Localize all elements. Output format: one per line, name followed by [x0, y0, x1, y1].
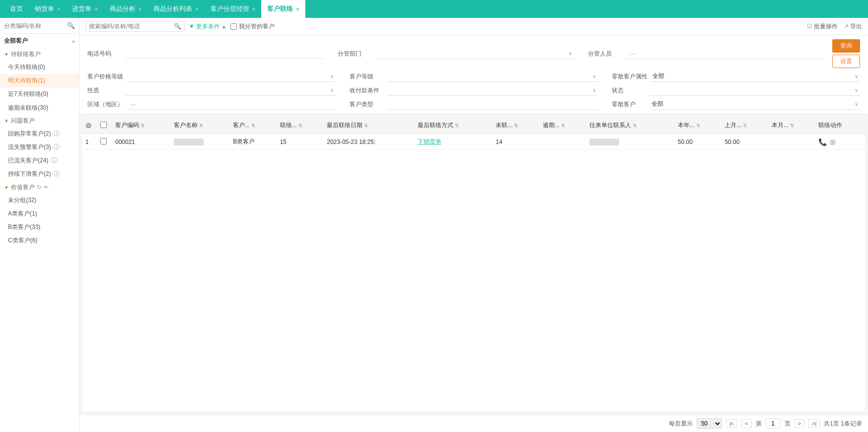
sidebar-item-churn-warning[interactable]: 流失预警客户(3) ⓘ	[0, 141, 79, 154]
th-last-month[interactable]: 上月...⇅	[722, 117, 769, 134]
info-icon: ⓘ	[54, 130, 60, 137]
filter-gender-select[interactable]: ∨	[125, 85, 336, 96]
info-icon: ⓘ	[54, 170, 60, 177]
last-contact-method-link[interactable]: 下销货单	[418, 138, 441, 145]
close-icon[interactable]: ×	[94, 6, 97, 12]
gear-icon[interactable]: ⚙	[85, 122, 92, 130]
page-input[interactable]	[766, 419, 781, 429]
nav-customer-segment[interactable]: 客户分层经营 ×	[205, 0, 261, 18]
more-icon[interactable]: ···	[130, 100, 136, 108]
filter-retail-customer: 零散客户 全部 ∨	[612, 99, 860, 110]
filter-phone: 电话号码	[87, 49, 324, 59]
customer-table: ⚙ 客户编码⇅ 客户名称⇅ 客户...⇅	[82, 117, 865, 150]
filter-customer-grade: 客户等级 ∨	[350, 71, 598, 82]
sidebar-item-7days-contact[interactable]: 近7天待联络(0)	[0, 87, 79, 101]
grid-action-icon[interactable]: ⊞	[830, 138, 836, 146]
filter-payment-select[interactable]: ∨	[387, 85, 598, 96]
phone-action-icon[interactable]: 📞	[818, 138, 827, 146]
sidebar-item-class-b[interactable]: B类客户(33)	[0, 220, 79, 234]
sidebar-all-customers[interactable]: 全部客户 «	[0, 34, 79, 48]
filter-phone-input[interactable]	[125, 49, 324, 59]
th-customer-code[interactable]: 客户编码⇅	[112, 117, 171, 134]
filter-retail-customer-select[interactable]: 全部 ∨	[650, 99, 860, 110]
query-button[interactable]: 查询	[832, 39, 860, 53]
th-last-contact-method[interactable]: 最后联络方式⇅	[415, 117, 493, 134]
filter-customer-value-select[interactable]: ∨	[126, 71, 336, 82]
select-all-checkbox[interactable]	[100, 122, 107, 128]
filter-status: 状态 ∨	[612, 85, 860, 96]
filter-retail-attr-select[interactable]: 全部 ∨	[651, 71, 860, 82]
close-icon[interactable]: ×	[252, 6, 255, 12]
more-filter-button[interactable]: ▼ 更多条件 ▲	[189, 22, 226, 31]
close-icon[interactable]: ×	[139, 6, 142, 12]
batch-op-button[interactable]: ☑ 批量操作	[807, 22, 838, 31]
th-settings: ⚙	[82, 117, 97, 134]
close-icon[interactable]: ×	[57, 6, 60, 12]
sidebar-item-class-c[interactable]: C类客户(6)	[0, 234, 79, 247]
chevron-down-icon: ∨	[592, 73, 596, 79]
th-last-contact-date[interactable]: 最后联络日期⇅	[324, 117, 415, 134]
chevron-up-icon: ▲	[221, 24, 226, 29]
th-contact-count[interactable]: 联络...⇅	[277, 117, 324, 134]
sidebar-item-today-contact[interactable]: 今天待联络(0)	[0, 61, 79, 74]
refresh-icon[interactable]: ↻	[37, 184, 42, 191]
search-input[interactable]	[89, 23, 174, 30]
edit-icon[interactable]: ✏	[44, 184, 49, 191]
chevron-down-icon: ∨	[330, 87, 334, 93]
sidebar-item-overdue-contact[interactable]: 逾期未联络(30)	[0, 101, 79, 115]
last-page-button[interactable]: >|	[808, 419, 820, 428]
nav-product-analysis-list[interactable]: 商品分析列表 ×	[147, 0, 204, 18]
td-this-month	[769, 134, 816, 150]
nav-product-analysis[interactable]: 商品分析 ×	[104, 0, 147, 18]
nav-purchase-order[interactable]: 进货单 ×	[66, 0, 103, 18]
td-code: 000021	[112, 134, 171, 150]
sidebar-item-repurchase-abnormal[interactable]: 回购异常客户(2) ⓘ	[0, 127, 79, 141]
th-customer-name[interactable]: 客户名称⇅	[171, 117, 230, 134]
customer-table-wrap: ⚙ 客户编码⇅ 客户名称⇅ 客户...⇅	[82, 117, 865, 412]
filter-person-select[interactable]: ···	[626, 48, 824, 59]
nav-home[interactable]: 首页	[4, 0, 29, 18]
my-customer-checkbox[interactable]	[230, 23, 237, 30]
table-footer: 每页显示 50 100 200 |< < 第 页 > >| 共1页 1条记录	[79, 415, 868, 432]
export-button[interactable]: ↗ 导出	[844, 22, 862, 31]
filter-status-select[interactable]: ∨	[650, 85, 860, 96]
my-customer-checkbox-wrap[interactable]: 我分管的客户	[230, 22, 275, 31]
filter-payment: 收付款条件 ∨	[350, 85, 598, 96]
close-icon[interactable]: ×	[296, 6, 299, 12]
sidebar-search-icon[interactable]: 🔍	[67, 22, 75, 29]
sidebar-item-churned[interactable]: 已流失客户(24) ⓘ	[0, 154, 79, 167]
filter-region-select[interactable]: ···	[126, 99, 336, 110]
th-this-month[interactable]: 本月...⇅	[769, 117, 816, 134]
th-no-contact[interactable]: 未联...⇅	[493, 117, 540, 134]
table-row: 1 000021 B类客户	[82, 134, 865, 150]
nav-customer-contact[interactable]: 客户联络 ×	[261, 0, 305, 18]
prev-page-button[interactable]: <	[741, 419, 751, 428]
th-customer-type[interactable]: 客户...⇅	[230, 117, 277, 134]
th-unit-contact[interactable]: 往来单位联系人⇅	[586, 117, 674, 134]
info-icon: ⓘ	[54, 144, 60, 150]
filter-customer-grade-select[interactable]: ∨	[387, 71, 598, 82]
th-this-year[interactable]: 本年...⇅	[675, 117, 722, 134]
th-overdue[interactable]: 逾期...⇅	[540, 117, 587, 134]
page-size-select[interactable]: 50 100 200	[697, 418, 722, 429]
chevron-down-icon: ∨	[855, 101, 858, 107]
first-page-button[interactable]: |<	[726, 419, 737, 428]
sidebar-item-tomorrow-contact[interactable]: 明天待联络(1)	[0, 74, 79, 87]
next-page-button[interactable]: >	[795, 419, 804, 428]
td-unit-contact	[586, 134, 674, 150]
td-last-contact-date: 2023-05-23 18:25:	[324, 134, 415, 150]
chevron-down-icon: ∨	[855, 73, 858, 79]
row-checkbox[interactable]	[100, 138, 107, 144]
search-icon[interactable]: 🔍	[174, 23, 181, 30]
close-icon[interactable]: ×	[195, 6, 198, 12]
nav-sales-order[interactable]: 销货单 ×	[29, 0, 66, 18]
sidebar-item-ungroup[interactable]: 未分组(32)	[0, 194, 79, 207]
filter-dept-select[interactable]: ∨	[375, 48, 574, 59]
settings-button[interactable]: 设置	[832, 55, 860, 68]
filter-customer-type-select[interactable]	[387, 99, 598, 110]
sidebar-search-input[interactable]	[4, 22, 67, 29]
sidebar-item-declining[interactable]: 持续下滑客户(2) ⓘ	[0, 167, 79, 181]
sidebar-item-class-a[interactable]: A类客户(1)	[0, 207, 79, 220]
table-header-row: ⚙ 客户编码⇅ 客户名称⇅ 客户...⇅	[82, 117, 865, 134]
more-icon[interactable]: ···	[630, 50, 636, 58]
